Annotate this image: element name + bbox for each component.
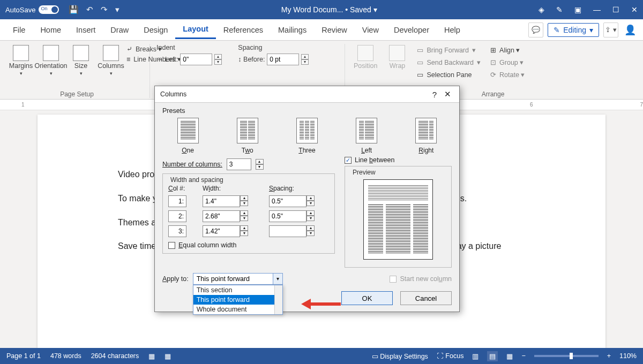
spin-down-icon[interactable]: ▾ [214,59,222,65]
web-layout-icon[interactable]: ▦ [506,352,513,360]
bring-forward-button[interactable]: ▭ Bring Forward ▾ [415,45,483,55]
preset-two[interactable]: Two [237,118,258,154]
ribbon-tabs: File Home Insert Draw Design Layout Refe… [0,19,643,41]
col-2-num[interactable] [168,210,186,222]
status-bar: Page 1 of 1 478 words 2604 characters ▦ … [0,348,643,364]
tab-file[interactable]: File [5,21,33,39]
preset-left[interactable]: Left [356,118,377,154]
dialog-close-button[interactable]: ✕ [441,89,454,99]
document-title[interactable]: My Word Docum... • Saved ▾ [119,5,539,14]
comments-icon[interactable]: 💬 [528,22,543,37]
left-indent-label: → Left: [156,56,178,63]
dropdown-item-selected[interactable]: This point forward [193,295,282,305]
left-indent-input[interactable] [180,54,212,65]
send-backward-button[interactable]: ▭ Send Backward ▾ [415,57,483,67]
autosave-label: AutoSave [5,6,35,14]
col-3-width[interactable] [203,225,240,237]
col-3-num[interactable] [168,225,186,237]
columns-button[interactable]: Columns▾ [99,44,123,77]
align-button[interactable]: ⊞ Align ▾ [488,45,527,55]
tab-review[interactable]: Review [314,21,355,39]
chevron-down-icon[interactable]: ▾ [273,273,283,285]
apply-to-label: Apply to: [162,275,189,283]
number-of-columns-input[interactable] [227,158,251,170]
focus-button[interactable]: ⛶ Focus [437,352,464,360]
wrap-text-button[interactable]: Wrap [385,44,409,71]
line-between-checkbox[interactable]: ✓Line between [345,156,452,164]
position-button[interactable]: Position [352,44,379,71]
editing-mode-button[interactable]: ✎ Editing ▾ [548,23,599,37]
col-3-spacing[interactable] [269,225,306,237]
equal-width-checkbox[interactable]: Equal column width [168,241,329,249]
qat-dropdown-icon[interactable]: ▾ [115,5,119,14]
track-icon[interactable]: ▦ [165,352,171,360]
preset-one[interactable]: One [177,118,199,154]
col-1-width[interactable] [203,195,240,207]
margins-button[interactable]: Margins▾ [9,44,33,77]
columns-dialog: Columns ? ✕ Presets One Two Three Left R… [154,86,460,312]
tab-layout[interactable]: Layout [175,20,216,39]
indent-label: Indent [156,44,222,51]
print-layout-icon[interactable]: ▤ [487,351,498,361]
tab-mailings[interactable]: Mailings [271,21,314,39]
ok-button[interactable]: OK [341,291,393,305]
char-count[interactable]: 2604 characters [91,352,139,360]
tab-home[interactable]: Home [33,21,69,39]
number-of-columns-label: Number of columns: [162,161,222,168]
zoom-in-button[interactable]: + [607,352,611,360]
window-icon[interactable]: ▣ [574,5,581,14]
maximize-icon[interactable]: ☐ [612,5,619,14]
diamond-icon[interactable]: ◈ [539,5,544,14]
selection-pane-button[interactable]: ▭ Selection Pane [415,70,483,80]
tab-insert[interactable]: Insert [69,21,103,39]
preset-right[interactable]: Right [415,118,437,154]
save-icon[interactable]: 💾 [69,5,79,14]
start-new-column-checkbox: Start new column [390,275,452,283]
orientation-button[interactable]: Orientation▾ [39,44,63,77]
cancel-button[interactable]: Cancel [400,291,452,305]
size-button[interactable]: Size▾ [69,44,93,77]
zoom-level[interactable]: 110% [619,352,637,360]
tab-help[interactable]: Help [437,21,468,39]
apply-to-combobox[interactable]: ▾ This section This point forward Whole … [193,273,283,285]
undo-icon[interactable]: ↶ [86,5,93,14]
minimize-icon[interactable]: — [593,5,601,14]
preset-three[interactable]: Three [296,118,318,154]
col-2-width[interactable] [203,210,240,222]
spin-up-icon[interactable]: ▴ [214,54,222,59]
tab-draw[interactable]: Draw [103,21,136,39]
page-count[interactable]: Page 1 of 1 [6,352,41,360]
autosave-toggle[interactable]: On [39,5,59,14]
macro-icon[interactable]: ▦ [148,352,155,360]
before-spacing-input[interactable] [267,54,299,65]
read-mode-icon[interactable]: ▥ [472,352,478,360]
tab-design[interactable]: Design [136,21,175,39]
width-header: Width: [203,185,261,192]
dialog-help-button[interactable]: ? [428,90,441,99]
account-icon[interactable]: 👤 [623,22,638,37]
scrollbar[interactable] [274,285,282,314]
group-button[interactable]: ⊡ Group ▾ [488,57,527,67]
close-icon[interactable]: ✕ [631,5,638,14]
wand-icon[interactable]: ✎ [556,5,563,14]
col-1-spacing[interactable] [269,195,306,207]
zoom-out-button[interactable]: − [521,352,525,360]
dropdown-item[interactable]: This section [193,285,282,295]
tab-developer[interactable]: Developer [386,21,437,39]
display-settings-button[interactable]: ▭ Display Settings [372,352,428,360]
col-2-spacing[interactable] [269,210,306,222]
width-spacing-label: Width and spacing [168,176,226,184]
dialog-title: Columns [160,90,186,98]
presets-label: Presets [162,107,452,115]
dropdown-item[interactable]: Whole document [193,305,282,314]
tab-view[interactable]: View [355,21,386,39]
tab-references[interactable]: References [216,21,271,39]
redo-icon[interactable]: ↷ [101,5,108,14]
zoom-slider[interactable] [534,355,599,357]
spacing-header: Spacing: [269,185,328,192]
annotation-arrow [301,299,341,309]
col-1-num[interactable] [168,195,186,207]
word-count[interactable]: 478 words [50,352,81,360]
rotate-button[interactable]: ⟳ Rotate ▾ [488,70,527,80]
share-button[interactable]: ⇪ ▾ [603,22,618,37]
